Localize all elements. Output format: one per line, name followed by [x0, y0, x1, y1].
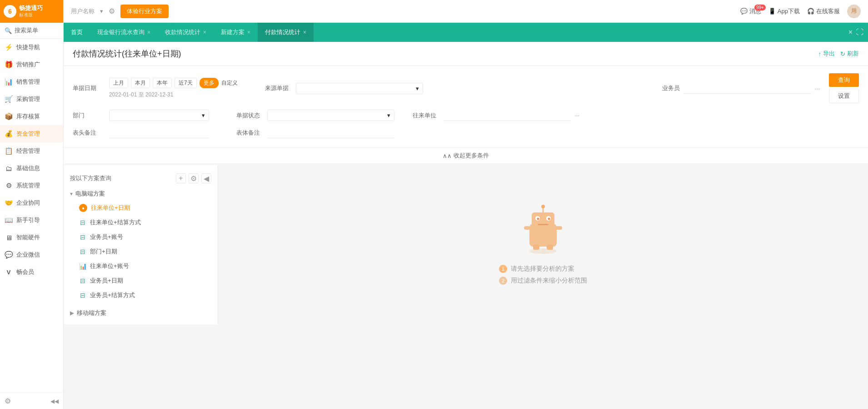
plan-item-partner-date[interactable]: ● 往来单位+日期 — [68, 201, 213, 215]
message-badge[interactable]: 💬 消息 99+ — [740, 7, 761, 15]
tab-receivable-close[interactable]: × — [203, 29, 206, 35]
panel-collapse-btn[interactable]: ◀ — [201, 173, 211, 183]
sidebar-item-guide[interactable]: 📖 新手引导 — [0, 212, 63, 229]
date-this-month[interactable]: 本月 — [131, 78, 150, 88]
sidebar-item-inventory[interactable]: 📦 库存核算 — [0, 108, 63, 125]
export-btn[interactable]: ↑ 导出 — [818, 50, 835, 58]
tip-1: 1 请先选择要分析的方案 — [499, 265, 587, 273]
date-last-month[interactable]: 上月 — [109, 78, 128, 88]
sidebar-item-sales[interactable]: 📊 销售管理 — [0, 73, 63, 91]
plan-item-label-partner-date: 往来单位+日期 — [91, 204, 130, 212]
plan-item-dept-date[interactable]: ⊟ 部门+日期 — [68, 244, 213, 259]
collapse-label: 收起更多条件 — [454, 151, 489, 160]
date-range: 2022-01-01 至 2022-12-31 — [109, 91, 238, 99]
page-header: 付款情况统计(往来单位+日期) ↑ 导出 ↻ 刷新 — [64, 42, 868, 66]
tab-cashflow[interactable]: 现金银行流水查询 × — [90, 23, 158, 42]
sidebar-label-inventory: 库存核算 — [16, 112, 40, 121]
tab-home[interactable]: 首页 — [64, 23, 90, 42]
plan-item-label-partner-account: 往来单位+账号 — [90, 262, 129, 270]
sidebar-item-purchase[interactable]: 🛒 采购管理 — [0, 91, 63, 108]
tab-receivable[interactable]: 收款情况统计 × — [158, 23, 214, 42]
topbar-dropdown-arrow[interactable]: ▾ — [100, 8, 103, 15]
online-service[interactable]: 🎧 在线客服 — [807, 7, 840, 15]
partner-more[interactable]: ··· — [574, 112, 579, 119]
panel-settings-btn[interactable]: ⚙ — [189, 173, 199, 183]
plan-group-pc-header[interactable]: ▾ 电脑端方案 — [68, 187, 213, 201]
footer-settings-icon[interactable]: ⚙ — [5, 397, 11, 405]
salesperson-more[interactable]: ··· — [815, 85, 820, 92]
voucher-status-select[interactable]: ▾ — [267, 110, 394, 121]
voucher-status-arrow: ▾ — [387, 112, 390, 119]
plan-item-salesperson-account[interactable]: ⊟ 业务员+账号 — [68, 230, 213, 244]
refresh-btn[interactable]: ↻ 刷新 — [840, 50, 859, 58]
svg-rect-13 — [547, 244, 553, 250]
body-note-label: 表体备注 — [236, 129, 264, 137]
tabs-close-all-icon[interactable]: × — [848, 28, 853, 36]
sidebar-label-sales: 销售管理 — [16, 78, 40, 86]
body-note-input[interactable] — [267, 127, 394, 138]
tip-2: 2 用过滤条件来缩小分析范围 — [499, 277, 587, 285]
salesperson-input[interactable] — [684, 83, 811, 94]
date-7days[interactable]: 近7天 — [175, 78, 197, 88]
hardware-icon: 🖥 — [5, 233, 13, 242]
sidebar-item-vip[interactable]: V 畅会员 — [0, 263, 63, 281]
sidebar-item-hardware[interactable]: 🖥 智能硬件 — [0, 229, 63, 246]
footer-collapse-icon[interactable]: ◀◀ — [50, 398, 59, 404]
filter-row-1: 单据日期 上月 本月 本年 近7天 更多 自定义 2022-01-01 至 20… — [73, 73, 859, 103]
sidebar-item-finance[interactable]: 💰 资金管理 — [0, 125, 63, 142]
tab-new-close[interactable]: × — [247, 29, 250, 35]
trial-btn[interactable]: 体验行业方案 — [120, 5, 169, 18]
empty-tips: 1 请先选择要分析的方案 2 用过滤条件来缩小分析范围 — [499, 265, 587, 288]
tab-payment-close[interactable]: × — [303, 29, 306, 35]
date-custom[interactable]: 自定义 — [221, 79, 238, 87]
tab-cashflow-close[interactable]: × — [147, 29, 150, 35]
plan-item-salesperson-settlement[interactable]: ⊟ 业务员+结算方式 — [68, 288, 213, 303]
sidebar-item-enterprise[interactable]: 🤝 企业协同 — [0, 194, 63, 212]
pc-group-arrow: ▾ — [70, 191, 73, 197]
tab-new[interactable]: 新建方案 × — [214, 23, 258, 42]
plan-item-table-icon-1: ⊟ — [79, 219, 86, 226]
svg-point-0 — [529, 248, 557, 254]
panel-collapse-icon: ◀ — [204, 174, 209, 183]
sidebar-item-system[interactable]: ⚙ 系统管理 — [0, 177, 63, 194]
sidebar-item-wechat[interactable]: 💬 企业微信 — [0, 246, 63, 263]
sidebar-item-operations[interactable]: 📋 经营管理 — [0, 142, 63, 160]
tip-text-1: 请先选择要分析的方案 — [511, 265, 574, 273]
user-avatar[interactable]: 用 — [847, 5, 861, 18]
sidebar-item-basicinfo[interactable]: 🗂 基础信息 — [0, 160, 63, 177]
plan-item-partner-account[interactable]: 📊 往来单位+账号 — [68, 259, 213, 273]
search-menu[interactable]: 🔍 搜索菜单 — [0, 23, 63, 39]
voucher-status-label: 单据状态 — [236, 111, 264, 120]
main-area: 用户名称 ▾ ⚙ 体验行业方案 💬 消息 99+ 📱 App下载 🎧 在线客服 … — [64, 0, 868, 409]
plan-item-label-salesperson-settlement: 业务员+结算方式 — [90, 291, 135, 299]
plan-group-mobile-header[interactable]: ▶ 移动端方案 — [68, 306, 213, 320]
department-select[interactable]: ▾ — [109, 110, 209, 121]
enterprise-icon: 🤝 — [5, 199, 13, 207]
date-more[interactable]: 更多 — [200, 78, 219, 88]
operations-icon: 📋 — [5, 147, 13, 155]
plan-item-table-icon-3: ⊟ — [79, 248, 86, 255]
settings-btn[interactable]: 设置 — [829, 89, 859, 103]
department-label: 部门 — [73, 111, 100, 120]
sidebar-label-guide: 新手引导 — [16, 216, 40, 224]
topbar-settings-icon[interactable]: ⚙ — [109, 7, 115, 15]
page-actions: ↑ 导出 ↻ 刷新 — [818, 50, 859, 58]
panel-add-btn[interactable]: + — [176, 173, 186, 183]
date-this-year[interactable]: 本年 — [153, 78, 172, 88]
partner-input[interactable] — [444, 110, 571, 121]
plan-item-partner-settlement[interactable]: ⊟ 往来单位+结算方式 — [68, 215, 213, 230]
tab-payment[interactable]: 付款情况统计 × — [258, 23, 314, 42]
plan-item-salesperson-date[interactable]: ⊟ 业务员+日期 — [68, 273, 213, 288]
sidebar-nav: ⚡ 快捷导航 🎁 营销推广 📊 销售管理 🛒 采购管理 📦 库存核算 💰 资金管… — [0, 39, 63, 393]
header-note-input[interactable] — [109, 127, 209, 138]
sidebar-item-quicknav[interactable]: ⚡ 快捷导航 — [0, 39, 63, 56]
app-download[interactable]: 📱 App下载 — [768, 7, 800, 15]
tab-new-label: 新建方案 — [221, 28, 244, 36]
tabs-fullscreen-icon[interactable]: ⛶ — [856, 28, 863, 36]
source-voucher-select[interactable]: ▾ — [296, 83, 423, 94]
sidebar-item-marketing[interactable]: 🎁 营销推广 — [0, 56, 63, 73]
purchase-icon: 🛒 — [5, 95, 13, 103]
query-btn[interactable]: 查询 — [829, 73, 859, 87]
collapse-bar[interactable]: ∧∧ 收起更多条件 — [64, 147, 868, 163]
sidebar-logo: 6 畅捷通巧 标准版 — [0, 0, 63, 23]
